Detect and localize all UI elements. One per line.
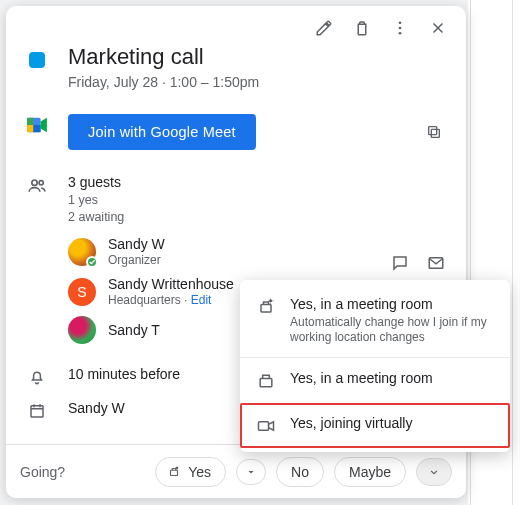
popover-toolbar [6,14,466,44]
guest-count: 3 guests [68,174,390,190]
svg-point-9 [32,180,37,185]
title-row: Marketing call Friday, July 28 · 1:00 – … [6,44,466,90]
avatar [68,238,96,266]
guests-awaiting-count: 2 awaiting [68,209,390,226]
svg-rect-13 [171,470,178,475]
rsvp-yes-dropdown[interactable] [236,459,266,485]
meeting-room-auto-icon [256,297,276,317]
svg-point-10 [39,181,43,185]
chat-guests-icon[interactable] [390,253,410,273]
guests-yes-count: 1 yes [68,192,390,209]
rsvp-option-room[interactable]: Yes, in a meeting room [240,357,510,403]
svg-rect-15 [261,305,271,313]
google-meet-icon [26,116,48,134]
menu-item-title: Yes, in a meeting room [290,296,494,312]
edit-location-link[interactable]: Edit [191,293,212,307]
guest-role: Headquarters · Edit [108,293,234,308]
calendar-icon [28,402,46,420]
guest-name: Sandy Writtenhouse [108,276,234,293]
guest-item[interactable]: Sandy W Organizer [68,236,390,268]
email-guests-icon[interactable] [426,253,446,273]
svg-point-16 [270,300,272,302]
svg-point-0 [399,21,402,24]
guests-icon [27,176,47,196]
menu-item-title: Yes, in a meeting room [290,370,433,386]
svg-point-14 [176,467,177,468]
rsvp-no-button[interactable]: No [276,457,324,487]
rsvp-expand-button[interactable] [416,458,452,486]
svg-rect-4 [27,118,33,125]
close-icon[interactable] [428,18,448,38]
rsvp-maybe-button[interactable]: Maybe [334,457,406,487]
more-options-icon[interactable] [390,18,410,38]
guest-name: Sandy W [108,236,165,253]
meet-row: Join with Google Meet [6,114,466,150]
svg-rect-12 [31,406,43,417]
delete-icon[interactable] [352,18,372,38]
menu-item-subtitle: Automatically change how I join if my wo… [290,315,494,345]
svg-rect-8 [429,127,437,135]
svg-point-1 [399,27,402,30]
rsvp-option-virtual[interactable]: Yes, joining virtually [240,403,510,448]
event-color-chip [29,52,45,68]
copy-link-icon[interactable] [426,122,446,142]
menu-item-title: Yes, joining virtually [290,415,412,431]
svg-rect-6 [33,125,40,132]
rsvp-footer: Going? Yes No Maybe [6,444,466,498]
svg-point-2 [399,32,402,35]
event-datetime: Friday, July 28 · 1:00 – 1:50pm [68,74,446,90]
guest-name: Sandy T [108,322,160,339]
rsvp-yes-button[interactable]: Yes [155,457,226,487]
video-icon [256,416,276,436]
rsvp-options-menu: Yes, in a meeting room Automatically cha… [240,280,510,452]
svg-rect-17 [260,379,272,387]
svg-rect-7 [431,129,439,137]
rsvp-yes-label: Yes [188,464,211,480]
guest-role: Organizer [108,253,165,268]
bell-icon [28,368,46,386]
meeting-room-icon [256,371,276,391]
rsvp-label: Going? [20,464,65,480]
avatar [68,316,96,344]
join-mode-icon [166,465,182,479]
svg-rect-18 [259,422,269,430]
edit-icon[interactable] [314,18,334,38]
join-meet-button[interactable]: Join with Google Meet [68,114,256,150]
svg-rect-5 [27,125,33,132]
event-title: Marketing call [68,44,446,70]
rsvp-option-room-auto[interactable]: Yes, in a meeting room Automatically cha… [240,284,510,357]
accepted-badge-icon [86,256,98,268]
avatar: S [68,278,96,306]
